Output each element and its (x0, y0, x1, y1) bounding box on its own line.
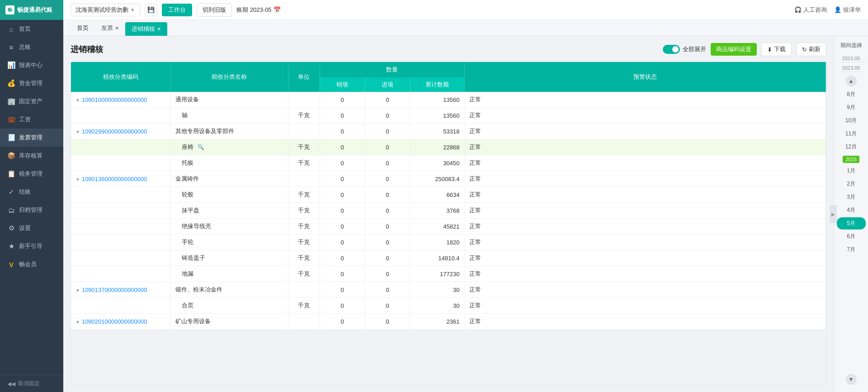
headset-icon: 🎧 (794, 6, 802, 13)
tab-invoice[interactable]: 发票 ✕ (95, 21, 125, 36)
user-menu[interactable]: 👤 徐泽华 (834, 6, 861, 14)
cell-status: 正常 (464, 250, 826, 266)
expand-icon[interactable]: ▼ (75, 177, 80, 182)
product-code-button[interactable]: 商品编码设置 (711, 43, 757, 56)
refresh-button[interactable]: ↻ 刷新 (796, 43, 826, 56)
expand-icon[interactable]: ▼ (75, 288, 80, 293)
cell-total: 30 (410, 298, 464, 314)
table-row: 合页千克0030正常 (71, 298, 826, 314)
calendar-icon[interactable]: 📅 (274, 6, 281, 13)
support-button[interactable]: 🎧 人工咨询 (794, 6, 827, 14)
tab-reconcile[interactable]: 进销稽核 ✕ (125, 22, 167, 36)
period-1[interactable]: 1月 (837, 165, 866, 177)
period-12[interactable]: 12月 (837, 141, 866, 153)
sidebar-item-assets[interactable]: 🏢 固定资产 (0, 92, 63, 110)
table-row: ▼10901000000000000000通用设备0013560正常 (71, 92, 826, 108)
cell-unit: 千克 (288, 203, 320, 219)
sidebar-item-finance[interactable]: 💰 资金管理 (0, 74, 63, 92)
period-4[interactable]: 4月 (837, 204, 866, 216)
search-icon[interactable]: 🔍 (198, 144, 204, 150)
sidebar-item-guide[interactable]: ★ 新手引导 (0, 237, 63, 255)
toggle-label: 全部展开 (683, 45, 706, 53)
tab-close-icon[interactable]: ✕ (115, 25, 119, 31)
cell-total: 6634 (410, 187, 464, 203)
download-button[interactable]: ⬇ 下载 (761, 43, 792, 56)
cell-total: 3768 (410, 203, 464, 219)
expand-icon[interactable]: ▼ (75, 129, 80, 134)
gear-icon: ⚙ (7, 224, 15, 232)
cell-tax-name: 座椅 🔍 (170, 139, 288, 155)
period-10[interactable]: 10月 (837, 115, 866, 127)
cell-tax-name: 地漏 (170, 266, 288, 282)
cell-status: 正常 (464, 171, 826, 187)
sidebar-item-ledger[interactable]: ≡ 总账 (0, 38, 63, 56)
cell-status: 正常 (464, 108, 826, 124)
expand-all-toggle[interactable]: 全部展开 (663, 45, 706, 54)
guide-icon: ★ (7, 242, 15, 250)
sidebar-item-tax[interactable]: 📋 税务管理 (0, 165, 63, 183)
inventory-icon: 📦 (7, 152, 15, 160)
member-icon: V (7, 261, 15, 268)
period-6[interactable]: 6月 (837, 230, 866, 243)
switch-version-button[interactable]: 切到旧版 (197, 3, 232, 17)
tax-icon: 📋 (7, 170, 15, 178)
sidebar-item-salary[interactable]: 💼 工资 (0, 110, 63, 129)
save-button[interactable]: 💾 (145, 4, 157, 16)
main-area: 沈海英测试经营勿删 ▼ 💾 工作台 切到旧版 账期 2023-05 📅 🎧 人工… (63, 0, 868, 392)
year-2023[interactable]: 2023 (843, 156, 859, 163)
sidebar-item-close[interactable]: ✓ 结账 (0, 183, 63, 201)
period-3[interactable]: 3月 (837, 191, 866, 203)
tab-label: 首页 (77, 24, 89, 32)
sidebar-item-label: 畅会员 (19, 260, 37, 268)
unpin-button[interactable]: ◀◀ 取消固定 (0, 375, 63, 392)
topbar: 沈海英测试经营勿删 ▼ 💾 工作台 切到旧版 账期 2023-05 📅 🎧 人工… (63, 0, 868, 20)
toggle-switch[interactable] (663, 45, 680, 54)
cell-unit: 千克 (288, 219, 320, 234)
topbar-right: 🎧 人工咨询 👤 徐泽华 (794, 6, 861, 14)
cell-status: 正常 (464, 282, 826, 298)
cell-total: 30450 (410, 155, 464, 171)
cell-total: 1820 (410, 234, 464, 250)
period-display: 账期 2023-05 📅 (236, 6, 281, 14)
sidebar-item-home[interactable]: ⌂ 首页 (0, 20, 63, 38)
sidebar-item-member[interactable]: V 畅会员 (0, 255, 63, 273)
sidebar-item-archive[interactable]: 🗂 归档管理 (0, 201, 63, 219)
company-selector[interactable]: 沈海英测试经营勿删 ▼ (71, 4, 140, 16)
panel-title: 期间选择 (839, 40, 864, 51)
app-logo: 畅 畅捷通易代账 (0, 0, 63, 20)
period-2[interactable]: 2月 (837, 178, 866, 190)
tab-home[interactable]: 首页 (71, 21, 95, 36)
cell-unit: 千克 (288, 108, 320, 124)
page-content: 进销稽核 全部展开 商品编码设置 ⬇ 下载 ↻ 刷新 (63, 36, 868, 392)
table-row: 轴千克0013560正常 (71, 108, 826, 124)
panel-collapse-button[interactable]: ▶ (830, 205, 837, 223)
cell-unit: 千克 (288, 187, 320, 203)
sidebar-item-reports[interactable]: 📊 报表中心 (0, 56, 63, 74)
workbench-button[interactable]: 工作台 (162, 4, 192, 16)
expand-icon[interactable]: ▼ (75, 98, 80, 103)
salary-icon: 💼 (7, 115, 15, 124)
period-5[interactable]: 5月 (837, 217, 866, 229)
user-name: 徐泽华 (843, 6, 861, 14)
sidebar-item-label: 发票管理 (19, 134, 42, 142)
cell-sales: 0 (320, 298, 365, 314)
cell-total: 177230 (410, 266, 464, 282)
scroll-down-button[interactable]: ▼ (846, 374, 857, 385)
th-tax-name: 税收分类名称 (170, 62, 288, 92)
scroll-up-button[interactable]: ▲ (846, 76, 857, 86)
period-7[interactable]: 7月 (837, 244, 866, 256)
tab-close-icon[interactable]: ✕ (157, 26, 161, 32)
table-row: ▼10902990000000000000其他专用设备及零部件0053318正常 (71, 124, 826, 139)
sidebar-item-inventory[interactable]: 📦 库存核算 (0, 147, 63, 165)
expand-icon[interactable]: ▼ (75, 320, 80, 325)
cell-tax-code (71, 187, 170, 203)
cell-tax-code (71, 219, 170, 234)
period-11[interactable]: 11月 (837, 128, 866, 140)
sidebar-item-label: 固定资产 (19, 97, 42, 105)
sidebar-item-settings[interactable]: ⚙ 设置 (0, 219, 63, 237)
cell-tax-name: 金属铸件 (170, 171, 288, 187)
period-8[interactable]: 8月 (837, 88, 866, 100)
sidebar-item-invoice[interactable]: 🧾 发票管理 (0, 129, 63, 147)
cell-tax-code (71, 234, 170, 250)
period-9[interactable]: 9月 (837, 101, 866, 114)
